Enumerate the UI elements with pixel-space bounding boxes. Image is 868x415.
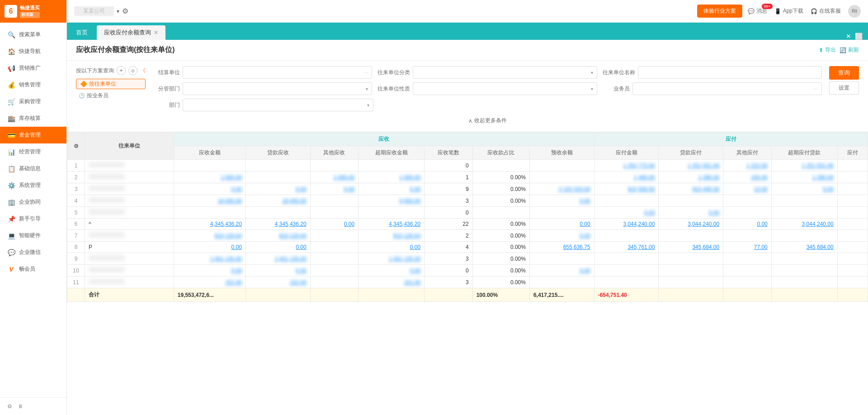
filter-field-settlement: 结算单位 ···	[153, 66, 372, 79]
sidebar-item-nav[interactable]: 🏠 快捷导航	[0, 43, 66, 60]
unit-category-input[interactable]: ▾	[413, 66, 597, 79]
sidebar-item-purchase[interactable]: 🛒 采购管理	[0, 93, 66, 110]
tab-close-btn[interactable]: ✕	[154, 29, 158, 36]
sidebar-item-search[interactable]: 🔍 搜索菜单	[0, 26, 66, 43]
tab-maximize-btn[interactable]: ⬜	[855, 33, 863, 40]
export-btn[interactable]: ⬆ 导出	[819, 46, 836, 54]
app-download-btn[interactable]: 📱 App下载	[774, 7, 803, 15]
hardware-icon: 💻	[7, 232, 15, 239]
member-icon: V	[7, 266, 15, 273]
dots-icon: ···	[363, 69, 368, 76]
purchase-icon: 🛒	[7, 98, 15, 105]
guide-icon: 📌	[7, 215, 15, 223]
unit-nature-input[interactable]: ▾	[413, 82, 597, 95]
filter-field-dept-manager: 分管部门 ▾	[153, 82, 372, 95]
header-right: 💬 消息 99+ 📱 App下载 🎧 在线客服 Rit	[748, 5, 861, 18]
more-conditions-btn[interactable]: ∧ 收起更多条件	[467, 115, 509, 126]
enterprise-icon: 🏢	[7, 199, 15, 206]
wechat-icon: 💬	[7, 249, 15, 256]
sidebar-collapse-icon[interactable]: ⏸	[18, 403, 23, 410]
scheme-by-unit[interactable]: 🔶 按往来单位	[76, 79, 146, 89]
filter-collapse-btn[interactable]: 《	[140, 67, 146, 75]
th-ap-loan: 贷款应付	[659, 146, 723, 160]
data-table: ⚙ 往来单位 应收 应付 应收金额 贷款应收 其他应收 超期应收金额 应收笔数 …	[67, 132, 868, 302]
logo-icon: 6	[5, 5, 17, 18]
query-button[interactable]: 查询	[829, 66, 859, 80]
filter-action-buttons: 查询 设置	[829, 66, 859, 95]
tab-home[interactable]: 首页	[69, 25, 95, 40]
settlement-unit-input[interactable]: ···	[183, 66, 372, 79]
message-btn[interactable]: 💬 消息 99+	[748, 7, 767, 15]
table-row: 7810,126.64810,126.64810,126.6420.00%0.0…	[67, 230, 868, 242]
salesperson-input[interactable]: ···	[632, 82, 822, 95]
user-avatar[interactable]: Rit	[848, 5, 861, 18]
dropdown-arrow-icon2: ▾	[366, 86, 368, 91]
refresh-btn[interactable]: 🔄 刷新	[840, 46, 859, 54]
filter-scheme-btn[interactable]: ⊙	[128, 66, 137, 75]
dept-manager-input[interactable]: ▾	[183, 82, 372, 95]
th-ar-other: 其他应收	[310, 146, 359, 160]
filter-add-btn[interactable]: +	[117, 66, 126, 75]
dept-input[interactable]: ▾	[183, 99, 373, 111]
sidebar-item-label: 采购管理	[19, 98, 41, 105]
filter-field-salesperson: 业务员 ···	[603, 82, 822, 95]
main-content: 应收应付余额查询(按往来单位) ⬆ 导出 🔄 刷新 按以下方案查询 + ⊙ 《	[67, 40, 868, 415]
sidebar-item-finance[interactable]: 💳 资金管理	[0, 127, 66, 143]
header-breadcrumb: 某某公司 ▾ ⚙	[74, 6, 692, 16]
tab-close-all-btn[interactable]: ✕	[846, 33, 851, 40]
sidebar-item-label: 经营管理	[19, 148, 41, 156]
app-icon: 📱	[774, 8, 781, 14]
sidebar-item-system[interactable]: ⚙️ 系统管理	[0, 177, 66, 194]
sidebar-item-label: 快捷导航	[19, 48, 41, 55]
promo-button[interactable]: 体验行业方案	[697, 5, 742, 18]
company-name: 某某公司	[74, 6, 114, 16]
filter-fields: 结算单位 ··· 往来单位分类 ▾	[153, 66, 822, 126]
sidebar-item-label: 企业协同	[19, 198, 41, 206]
th-ap-overdue: 超期应付贷款	[771, 146, 837, 160]
th-ar-count: 应收笔数	[425, 146, 473, 160]
export-icon: ⬆	[819, 47, 823, 53]
sidebar-item-label: 企业微信	[19, 248, 41, 256]
filter-field-unit-nature: 往来单位性质 ▾	[377, 82, 597, 95]
header-settings-btn[interactable]: ⚙	[122, 7, 128, 15]
app-logo: 6 畅捷通买 标准版	[0, 0, 66, 23]
sidebar-item-hardware[interactable]: 💻 智能硬件	[0, 227, 66, 244]
th-ar-amount: 应收金额	[174, 146, 245, 160]
logo-text: 畅捷通买 标准版	[20, 5, 40, 18]
sidebar-item-label: 系统管理	[19, 181, 41, 189]
sidebar-item-label: 畅会员	[19, 265, 35, 273]
sidebar-item-label: 销售管理	[19, 81, 41, 89]
sidebar-item-label: 搜索菜单	[19, 31, 41, 38]
sidebar: 6 畅捷通买 标准版 🔍 搜索菜单 🏠 快捷导航 📢 营销推广 💰 销售管理 🛒…	[0, 0, 67, 415]
sidebar-item-sales[interactable]: 💰 销售管理	[0, 76, 66, 93]
basic-icon: 📋	[7, 165, 15, 172]
th-ar-group: 应收	[174, 133, 594, 146]
tab-ar-ap-label: 应收应付余额查询	[104, 29, 151, 37]
sidebar-item-marketing[interactable]: 📢 营销推广	[0, 60, 66, 76]
filter-field-unit-name: 往来单位名称	[603, 66, 822, 79]
unit-name-input[interactable]	[638, 66, 822, 79]
service-label: 在线客服	[819, 7, 841, 15]
page-title: 应收应付余额查询(按往来单位)	[76, 45, 175, 55]
dots-icon2: ···	[813, 86, 818, 92]
th-ap-other: 其他应付	[723, 146, 772, 160]
th-ar-loan: 贷款应收	[245, 146, 310, 160]
online-service-btn[interactable]: 🎧 在线客服	[811, 7, 841, 15]
sidebar-item-operation[interactable]: 📊 经营管理	[0, 143, 66, 160]
scheme-by-staff[interactable]: 🕐 按业务员	[76, 91, 146, 100]
settings-button[interactable]: 设置	[829, 81, 859, 95]
table-row: 8P0.000.000.0040.00%655,636.75345,761.00…	[67, 242, 868, 253]
sidebar-settings-icon[interactable]: ⚙	[7, 403, 12, 410]
sidebar-item-wechat[interactable]: 💬 企业微信	[0, 244, 66, 261]
sidebar-item-enterprise[interactable]: 🏢 企业协同	[0, 194, 66, 210]
page-header: 应收应付余额查询(按往来单位) ⬆ 导出 🔄 刷新	[67, 40, 868, 61]
th-ap-suffix: 应付	[837, 146, 868, 160]
table-settings-gear[interactable]: ⚙	[71, 141, 81, 151]
tab-ar-ap[interactable]: 应收应付余额查询 ✕	[97, 25, 165, 40]
page-actions: ⬆ 导出 🔄 刷新	[819, 46, 859, 54]
sidebar-item-guide[interactable]: 📌 新手引导	[0, 210, 66, 227]
company-dropdown-btn[interactable]: ▾	[117, 8, 119, 14]
sidebar-item-inventory[interactable]: 🏬 库存核算	[0, 110, 66, 127]
sidebar-item-member[interactable]: V 畅会员	[0, 261, 66, 277]
sidebar-item-basic[interactable]: 📋 基础信息	[0, 160, 66, 177]
